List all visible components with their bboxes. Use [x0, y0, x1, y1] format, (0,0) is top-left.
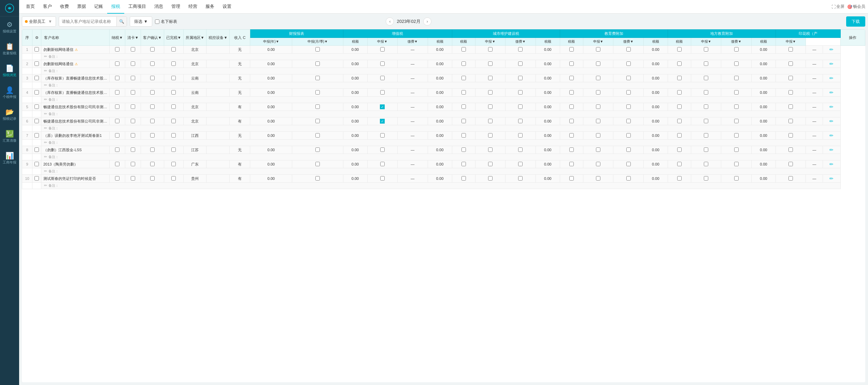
- edu-fee-checkbox[interactable]: [626, 90, 631, 95]
- nav-home[interactable]: 首页: [22, 0, 39, 14]
- note-pencil-icon[interactable]: ✏: [44, 83, 47, 87]
- stamp-report-checkbox[interactable]: [788, 61, 793, 66]
- cm-tax-checkbox[interactable]: [461, 176, 466, 181]
- local-report-checkbox[interactable]: [704, 61, 708, 66]
- th-local-report[interactable]: 申报▼: [691, 38, 721, 46]
- row-select-checkbox[interactable]: [34, 147, 39, 152]
- zz-report-checkbox[interactable]: [380, 147, 385, 152]
- nav-bookkeeping[interactable]: 记账: [90, 0, 107, 14]
- name-filter-checkbox[interactable]: [155, 19, 159, 24]
- paid-checkbox[interactable]: [171, 119, 176, 123]
- cm-report-checkbox[interactable]: [488, 90, 493, 95]
- edu-report-checkbox[interactable]: [596, 133, 600, 138]
- zz-report-checkbox[interactable]: [380, 176, 385, 181]
- edu-fee-checkbox[interactable]: [626, 119, 631, 123]
- cm-tax-checkbox[interactable]: [461, 61, 466, 66]
- paid-checkbox[interactable]: [171, 76, 176, 80]
- local-fee-checkbox[interactable]: [734, 47, 739, 52]
- edit-cell[interactable]: ✏: [823, 117, 840, 125]
- prev-month-button[interactable]: ‹: [386, 17, 394, 26]
- row-select-checkbox[interactable]: [34, 176, 39, 181]
- edit-cell[interactable]: ✏: [823, 89, 840, 97]
- local-tax-checkbox[interactable]: [677, 47, 682, 52]
- th-tax-type[interactable]: 纳税▼: [110, 30, 125, 46]
- th-cm-fee[interactable]: 缴费▼: [506, 38, 536, 46]
- nav-invoice[interactable]: 票据: [73, 0, 90, 14]
- row-select-checkbox[interactable]: [34, 133, 39, 138]
- edu-tax-checkbox[interactable]: [569, 133, 574, 138]
- logout-checkbox[interactable]: [131, 119, 135, 123]
- stamp-report-checkbox[interactable]: [788, 119, 793, 123]
- stamp-report-checkbox[interactable]: [788, 76, 793, 80]
- cm-tax-checkbox[interactable]: [461, 147, 466, 152]
- tax-type-checkbox[interactable]: [115, 119, 119, 123]
- local-fee-checkbox[interactable]: [734, 90, 739, 95]
- edu-tax-checkbox[interactable]: [569, 61, 574, 66]
- cm-report-checkbox[interactable]: [488, 104, 493, 109]
- edu-report-checkbox[interactable]: [596, 147, 600, 152]
- edit-icon[interactable]: ✏: [829, 133, 834, 138]
- local-fee-checkbox[interactable]: [734, 61, 739, 66]
- logout-checkbox[interactable]: [131, 61, 135, 66]
- cm-fee-checkbox[interactable]: [518, 90, 523, 95]
- tax-type-checkbox[interactable]: [115, 176, 119, 181]
- logout-checkbox[interactable]: [131, 162, 135, 166]
- th-edu-fee[interactable]: 缴费▼: [613, 38, 644, 46]
- th-cm-report[interactable]: 申报▼: [475, 38, 506, 46]
- search-input[interactable]: [59, 19, 116, 24]
- local-tax-checkbox[interactable]: [677, 61, 682, 66]
- cb-month-checkbox[interactable]: [315, 176, 320, 181]
- note-pencil-icon[interactable]: ✏: [44, 155, 47, 159]
- note-pencil-icon[interactable]: ✏: [44, 54, 47, 58]
- edu-report-checkbox[interactable]: [596, 104, 600, 109]
- logout-checkbox[interactable]: [131, 90, 135, 95]
- nav-tax[interactable]: 报税: [107, 0, 124, 14]
- row-select-checkbox[interactable]: [34, 119, 39, 123]
- edit-icon[interactable]: ✏: [829, 61, 834, 67]
- edit-icon[interactable]: ✏: [829, 75, 834, 81]
- confirm-checkbox[interactable]: [150, 104, 155, 109]
- nav-service[interactable]: 服务: [201, 0, 218, 14]
- th-local-fee[interactable]: 缴费▼: [721, 38, 752, 46]
- sidebar-item-tax-view[interactable]: 📄 报税浏览: [0, 60, 19, 82]
- edu-tax-checkbox[interactable]: [569, 90, 574, 95]
- edu-tax-checkbox[interactable]: [569, 162, 574, 166]
- edu-fee-checkbox[interactable]: [626, 47, 631, 52]
- nav-message[interactable]: 消息: [150, 0, 167, 14]
- stamp-report-checkbox[interactable]: [788, 162, 793, 166]
- note-pencil-icon[interactable]: ✏: [44, 69, 47, 73]
- local-tax-checkbox[interactable]: [677, 119, 682, 123]
- local-tax-checkbox[interactable]: [677, 76, 682, 80]
- cb-month-checkbox[interactable]: [315, 147, 320, 152]
- tax-type-checkbox[interactable]: [115, 104, 119, 109]
- edu-report-checkbox[interactable]: [596, 47, 600, 52]
- cm-fee-checkbox[interactable]: [518, 47, 523, 52]
- th-edu-report[interactable]: 申报▼: [583, 38, 613, 46]
- edit-cell[interactable]: ✏: [823, 146, 840, 154]
- edu-fee-checkbox[interactable]: [626, 147, 631, 152]
- cm-tax-checkbox[interactable]: [461, 47, 466, 52]
- paid-checkbox[interactable]: [171, 47, 176, 52]
- cb-month-checkbox[interactable]: [315, 104, 320, 109]
- cm-fee-checkbox[interactable]: [518, 176, 523, 181]
- cm-report-checkbox[interactable]: [488, 76, 493, 80]
- edu-tax-checkbox[interactable]: [569, 104, 574, 109]
- local-fee-checkbox[interactable]: [734, 119, 739, 123]
- note-pencil-icon[interactable]: ✏: [44, 97, 47, 101]
- cm-fee-checkbox[interactable]: [518, 162, 523, 166]
- paid-checkbox[interactable]: [171, 162, 176, 166]
- th-logout[interactable]: 清卡▼: [125, 30, 141, 46]
- tax-type-checkbox[interactable]: [115, 61, 119, 66]
- local-fee-checkbox[interactable]: [734, 104, 739, 109]
- confirm-checkbox[interactable]: [150, 147, 155, 152]
- note-pencil-icon[interactable]: ✏: [44, 126, 47, 130]
- note-pencil-icon[interactable]: ✏: [44, 140, 47, 144]
- th-zz-fee[interactable]: 缴费▼: [398, 38, 428, 46]
- edit-cell[interactable]: ✏: [823, 74, 840, 82]
- nav-settings[interactable]: 设置: [218, 0, 236, 14]
- edu-fee-checkbox[interactable]: [626, 176, 631, 181]
- confirm-checkbox[interactable]: [150, 133, 155, 138]
- tax-type-checkbox[interactable]: [115, 47, 119, 52]
- cm-report-checkbox[interactable]: [488, 162, 493, 166]
- note-pencil-icon[interactable]: ✏: [44, 169, 47, 173]
